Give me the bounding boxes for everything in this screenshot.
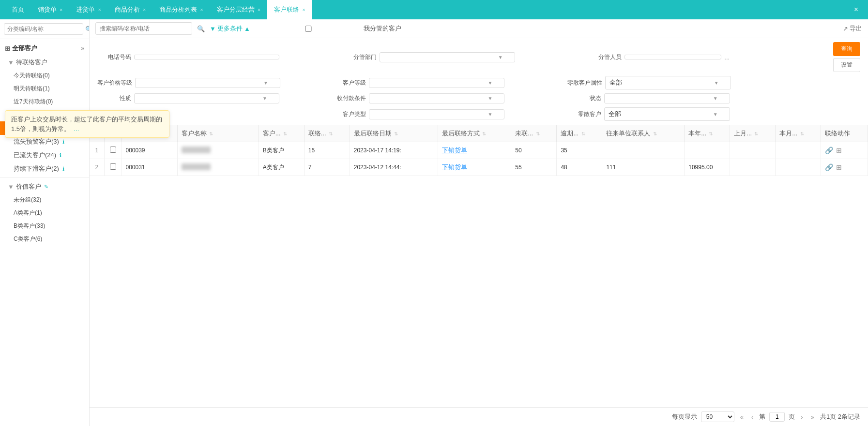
sidebar-item-unclassified[interactable]: 未分组(32) [0, 193, 89, 206]
filter-icon: ▼ [210, 25, 216, 32]
row-checkbox-2[interactable] [110, 163, 116, 170]
filter-group-nature: 性质 ▼ [97, 93, 327, 103]
row-last-date-2: 2023-04-12 14:44: [350, 159, 438, 176]
customer-name-blur-1 [182, 147, 211, 153]
th-last-date[interactable]: 最后联络日期 ⇅ [350, 125, 438, 142]
table-header-row: ⚙ 客户编码 ⇅ 客户名称 ⇅ [90, 125, 868, 142]
th-name[interactable]: 客户名称 ⇅ [177, 125, 259, 142]
sidebar-item-class-a[interactable]: A类客户(1) [0, 206, 89, 220]
prev-page-button[interactable]: ‹ [749, 412, 755, 422]
sidebar-item-today[interactable]: 今天待联络(0) [0, 69, 89, 82]
nav-analysis[interactable]: 商品分析 × [108, 0, 152, 19]
sidebar-item-class-b[interactable]: B类客户(33) [0, 220, 89, 233]
last-method-link-2[interactable]: 下销货单 [442, 163, 467, 171]
th-last-method[interactable]: 最后联络方式 ⇅ [438, 125, 511, 142]
manager-input[interactable] [624, 55, 721, 59]
nav-customer-contact[interactable]: 客户联络 × [267, 0, 312, 19]
action-link-icon-2[interactable]: 🔗 [825, 163, 833, 171]
last-page-button[interactable]: » [809, 412, 816, 422]
row-this-month-2 [776, 159, 821, 176]
action-grid-icon-1[interactable]: ⊞ [836, 147, 842, 154]
sidebar-all-customers[interactable]: ⊞ 全部客户 » [0, 41, 89, 56]
tooltip-dots[interactable]: ... [74, 125, 79, 132]
sidebar-value-header[interactable]: ▼ 价值客户 ✎ [0, 180, 89, 193]
filter-row-2: 客户价格等级 ▼ 客户等级 ▼ 零散客户属性 全部 [97, 76, 860, 89]
th-contact[interactable]: 联络... ⇅ [304, 125, 350, 142]
row-last-method-2[interactable]: 下销货单 [438, 159, 511, 176]
row-uncontacted-2: 55 [511, 159, 557, 176]
close-analysis-icon[interactable]: × [143, 7, 146, 13]
scatter-attr-select[interactable]: 全部 ▼ [605, 76, 731, 89]
row-contact2-2: 111 [602, 159, 685, 176]
search-input[interactable] [95, 22, 192, 35]
status-select[interactable]: ▼ [604, 93, 730, 103]
th-this-year[interactable]: 本年... ⇅ [685, 125, 730, 142]
sidebar-item-tomorrow[interactable]: 明天待联络(1) [0, 82, 89, 95]
manager-dots[interactable]: ... [724, 54, 730, 61]
first-page-button[interactable]: « [738, 412, 746, 422]
close-customer-tier-icon[interactable]: × [258, 7, 260, 13]
sidebar-section-pending[interactable]: ▼ 待联络客户 [0, 56, 89, 69]
close-analysis-list-icon[interactable]: × [200, 7, 203, 13]
my-customers-check[interactable] [255, 26, 362, 32]
action-icons-1: 🔗 ⊞ [825, 147, 864, 154]
th-this-month[interactable]: 本月... ⇅ [776, 125, 821, 142]
th-level[interactable]: 客户... ⇅ [259, 125, 304, 142]
sidebar-item-churned[interactable]: 已流失客户(24) ℹ [0, 148, 89, 162]
next-page-button[interactable]: › [799, 412, 805, 422]
filter-group-dept: 分管部门 ▼ [343, 52, 583, 62]
pagination-bar: 每页显示 50 100 200 « ‹ 第 页 › » 共1页 2条记录 [90, 407, 868, 426]
nav-home[interactable]: 首页 [5, 0, 31, 19]
customer-type-select[interactable]: ▼ [369, 109, 504, 119]
sidebar-item-7days[interactable]: 近7天待联络(0) [0, 95, 89, 108]
sidebar-item-declining[interactable]: 持续下滑客户(2) ℹ [0, 162, 89, 176]
customer-level-select[interactable]: ▼ [369, 78, 504, 88]
more-conditions-button[interactable]: ▼ 更多条件 ▲ [210, 24, 250, 33]
page-number-input[interactable] [769, 412, 785, 422]
row-check-2[interactable] [104, 159, 122, 176]
row-name-1 [177, 142, 259, 159]
window-close-button[interactable]: × [849, 5, 863, 14]
nav-purchase[interactable]: 进货单 × [69, 0, 107, 19]
sidebar-item-class-c[interactable]: C类客户(6) [0, 233, 89, 246]
row-last-method-1[interactable]: 下销货单 [438, 142, 511, 159]
info-icon-churned: ℹ [60, 152, 61, 158]
scatter-customer-select[interactable]: 全部 ▼ [604, 107, 730, 121]
sidebar-search-input[interactable] [4, 23, 83, 35]
customer-name-blur-2 [182, 163, 211, 170]
search-icon[interactable]: 🔍 [197, 25, 205, 32]
action-grid-icon-2[interactable]: ⊞ [836, 163, 842, 171]
th-contact2[interactable]: 往来单位联系人 ⇅ [602, 125, 685, 142]
nav-customer-tier[interactable]: 客户分层经营 × [210, 0, 267, 19]
nav-analysis-list[interactable]: 商品分析列表 × [152, 0, 210, 19]
settings-button[interactable]: 设置 [833, 58, 860, 72]
nature-chev-icon: ▼ [262, 96, 267, 101]
close-customer-contact-icon[interactable]: × [302, 7, 305, 13]
th-last-month[interactable]: 上月... ⇅ [730, 125, 776, 142]
my-customers-checkbox[interactable]: 我分管的客户 [255, 24, 401, 33]
sidebar-search-icon[interactable]: 🔍 [85, 26, 90, 33]
collapse-icon[interactable]: » [81, 45, 84, 52]
payment-select[interactable]: ▼ [369, 93, 504, 103]
per-page-label: 每页显示 [672, 412, 697, 421]
last-method-link-1[interactable]: 下销货单 [442, 147, 467, 154]
row-check-1[interactable] [104, 142, 122, 159]
close-purchase-icon[interactable]: × [98, 7, 101, 13]
nav-sales[interactable]: 销货单 × [31, 0, 69, 19]
edit-value-icon[interactable]: ✎ [44, 184, 48, 190]
data-table: ⚙ 客户编码 ⇅ 客户名称 ⇅ [90, 125, 868, 176]
phone-input[interactable] [134, 55, 279, 59]
price-level-select[interactable]: ▼ [135, 78, 280, 88]
filter-group-scatter-customer: 零散客户 全部 ▼ [567, 107, 797, 121]
close-sales-icon[interactable]: × [60, 7, 62, 13]
th-uncontacted[interactable]: 未联... ⇅ [511, 125, 557, 142]
dept-select[interactable]: ▼ [380, 52, 515, 62]
row-checkbox-1[interactable] [110, 147, 116, 153]
action-link-icon-1[interactable]: 🔗 [825, 147, 833, 154]
row-last-month-1 [730, 142, 776, 159]
per-page-select[interactable]: 50 100 200 [701, 411, 734, 422]
nature-select[interactable]: ▼ [134, 93, 279, 103]
query-button[interactable]: 查询 [833, 42, 860, 56]
export-button[interactable]: ↗ 导出 [843, 24, 862, 33]
th-overdue[interactable]: 逾期... ⇅ [557, 125, 602, 142]
